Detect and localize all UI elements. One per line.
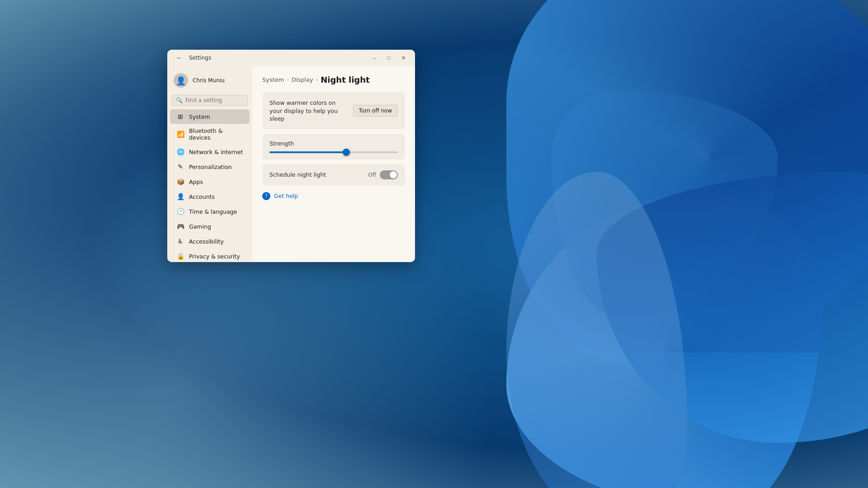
- close-button[interactable]: ✕: [397, 53, 410, 62]
- night-light-description: Show warmer colors on your display to he…: [269, 99, 348, 123]
- main-content: System › Display › Night light Show warm…: [252, 66, 415, 262]
- page-title: Night light: [321, 75, 369, 84]
- desktop-background: [0, 0, 868, 488]
- settings-window: ← Settings – □ ✕ 👤 Chris Muniu 🔍 ⊞: [167, 50, 415, 262]
- privacy-icon: 🔒: [176, 252, 184, 260]
- system-icon: ⊞: [176, 113, 184, 121]
- sidebar-item-gaming[interactable]: 🎮 Gaming: [170, 219, 250, 234]
- strength-label: Strength: [269, 140, 398, 147]
- sidebar-item-label: Apps: [189, 178, 203, 185]
- strength-slider-track[interactable]: [269, 151, 398, 153]
- bluetooth-icon: 📶: [176, 130, 184, 138]
- back-button[interactable]: ←: [173, 52, 185, 64]
- toggle-area: Off: [368, 170, 398, 179]
- schedule-row: Schedule night light Off: [269, 170, 398, 179]
- apps-icon: 📦: [176, 178, 184, 186]
- sidebar-item-label: Privacy & security: [189, 253, 240, 260]
- sidebar-item-privacy[interactable]: 🔒 Privacy & security: [170, 249, 250, 262]
- night-light-row: Show warmer colors on your display to he…: [269, 99, 398, 123]
- username: Chris Muniu: [193, 77, 225, 84]
- sidebar-item-personalization[interactable]: ✎ Personalization: [170, 160, 250, 174]
- sidebar-item-apps[interactable]: 📦 Apps: [170, 174, 250, 189]
- toggle-knob: [390, 171, 397, 178]
- breadcrumb-sep-1: ›: [287, 77, 288, 83]
- sidebar-item-label: Personalization: [189, 164, 232, 170]
- sidebar-item-accounts[interactable]: 👤 Accounts: [170, 189, 250, 204]
- sidebar-item-label: Accessibility: [189, 238, 224, 245]
- accessibility-icon: ♿: [176, 237, 184, 245]
- toggle-status: Off: [368, 172, 376, 178]
- get-help-link[interactable]: ? Get help: [262, 192, 405, 200]
- sidebar-item-label: Bluetooth & devices: [189, 127, 243, 141]
- minimize-button[interactable]: –: [368, 53, 381, 62]
- strength-slider-thumb[interactable]: [343, 149, 350, 156]
- personalization-icon: ✎: [176, 163, 184, 171]
- sidebar-item-accessibility[interactable]: ♿ Accessibility: [170, 234, 250, 249]
- window-controls: – □ ✕: [368, 53, 410, 62]
- window-title: Settings: [189, 55, 211, 61]
- sidebar-item-label: System: [189, 113, 210, 120]
- schedule-card: Schedule night light Off: [262, 164, 405, 186]
- maximize-button[interactable]: □: [382, 53, 395, 62]
- strength-section: Strength: [262, 134, 405, 160]
- search-input[interactable]: [185, 97, 252, 103]
- turn-off-button[interactable]: Turn off now: [353, 105, 398, 117]
- sidebar-item-label: Accounts: [189, 193, 215, 200]
- get-help-text[interactable]: Get help: [274, 192, 298, 199]
- sidebar-item-network[interactable]: 🌐 Network & internet: [170, 145, 250, 159]
- user-icon: 👤: [176, 76, 186, 85]
- titlebar-left: ← Settings: [173, 52, 211, 64]
- schedule-toggle[interactable]: [380, 170, 398, 179]
- sidebar-item-label: Gaming: [189, 223, 211, 230]
- search-icon: 🔍: [176, 97, 183, 103]
- sidebar-item-label: Time & language: [189, 208, 237, 215]
- breadcrumb-system[interactable]: System: [262, 76, 284, 83]
- sidebar-item-bluetooth[interactable]: 📶 Bluetooth & devices: [170, 124, 250, 144]
- time-icon: 🕐: [176, 207, 184, 216]
- sidebar-item-system[interactable]: ⊞ System: [170, 109, 250, 124]
- help-icon: ?: [262, 192, 270, 200]
- accounts-icon: 👤: [176, 192, 184, 201]
- breadcrumb: System › Display › Night light: [262, 75, 405, 84]
- sidebar-item-label: Network & internet: [189, 149, 243, 155]
- titlebar: ← Settings – □ ✕: [167, 50, 415, 66]
- window-body: 👤 Chris Muniu 🔍 ⊞ System 📶 Bluetooth & d…: [167, 66, 415, 262]
- user-section: 👤 Chris Muniu: [167, 70, 252, 93]
- gaming-icon: 🎮: [176, 222, 184, 230]
- avatar: 👤: [174, 73, 188, 88]
- breadcrumb-display[interactable]: Display: [292, 76, 313, 83]
- sidebar-item-time[interactable]: 🕐 Time & language: [170, 204, 250, 219]
- night-light-card: Show warmer colors on your display to he…: [262, 93, 405, 129]
- schedule-label: Schedule night light: [269, 171, 326, 178]
- network-icon: 🌐: [176, 148, 184, 156]
- breadcrumb-sep-2: ›: [316, 77, 318, 83]
- search-box[interactable]: 🔍: [172, 95, 248, 106]
- sidebar: 👤 Chris Muniu 🔍 ⊞ System 📶 Bluetooth & d…: [167, 66, 252, 262]
